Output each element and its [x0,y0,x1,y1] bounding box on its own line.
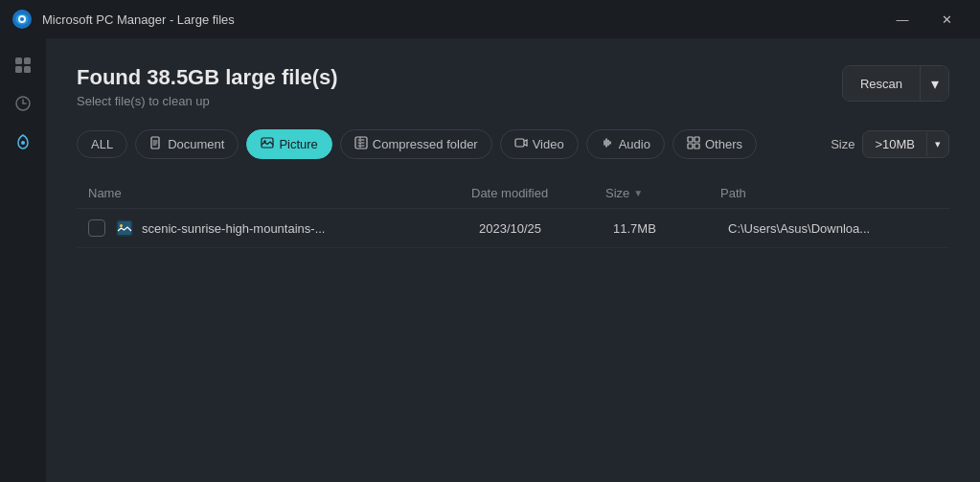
file-name: scenic-sunrise-high-mountains-... [142,221,479,236]
compressed-icon [354,136,368,152]
filter-tab-audio[interactable]: Audio [586,129,665,159]
column-name: Name [88,186,471,200]
size-label: Size [831,137,855,151]
rescan-chevron-button[interactable]: ▾ [920,66,948,101]
sort-desc-icon: ▼ [633,188,643,198]
table-header: Name Date modified Size ▼ Path [77,178,949,209]
header-left: Found 38.5GB large file(s) Select file(s… [77,65,338,108]
column-path: Path [720,186,938,200]
filter-tab-video-label: Video [533,137,564,151]
rescan-button[interactable]: Rescan [843,66,920,101]
page-subtitle: Select file(s) to clean up [77,94,338,108]
size-filter-group: Size >10MB ▾ [831,130,949,158]
filter-tab-others[interactable]: Others [672,129,757,159]
filter-tab-others-label: Others [705,137,742,151]
table-row[interactable]: scenic-sunrise-high-mountains-... 2023/1… [77,209,949,248]
size-dropdown-chevron-icon: ▾ [926,132,948,156]
rescan-button-group: Rescan ▾ [842,65,949,102]
others-icon [687,136,700,152]
document-icon [149,136,163,152]
file-size: 11.7MB [613,221,728,236]
video-icon [514,136,528,152]
sidebar [0,38,46,482]
main-layout: Found 38.5GB large file(s) Select file(s… [0,38,980,482]
size-dropdown[interactable]: >10MB ▾ [862,130,949,158]
content-area: Found 38.5GB large file(s) Select file(s… [46,38,980,482]
svg-rect-15 [695,137,699,142]
svg-rect-13 [515,139,524,147]
svg-rect-17 [695,144,699,149]
minimize-button[interactable]: — [880,4,924,34]
svg-point-2 [20,17,24,21]
app-logo [11,9,33,30]
svg-rect-5 [15,66,22,73]
filter-tab-picture-label: Picture [279,137,317,151]
filter-tab-all-label: ALL [91,137,113,151]
filter-tab-compressed-label: Compressed folder [373,137,478,151]
filter-row: ALL Document [77,129,949,159]
sidebar-icon-boost[interactable] [8,126,38,157]
file-type-icon [115,218,134,238]
sidebar-icon-scan[interactable] [8,88,38,119]
filter-tab-picture[interactable]: Picture [246,129,331,159]
svg-rect-4 [24,57,31,64]
title-bar-controls: — ✕ [880,4,969,34]
svg-point-20 [120,224,123,227]
close-button[interactable]: ✕ [924,4,969,34]
sidebar-icon-home[interactable] [8,50,38,80]
size-dropdown-value: >10MB [863,131,926,157]
filter-tab-compressed[interactable]: Compressed folder [340,129,492,159]
column-size[interactable]: Size ▼ [605,186,720,200]
file-path: C:\Users\Asus\Downloa... [728,221,938,236]
svg-point-8 [21,141,25,145]
svg-rect-19 [118,221,131,235]
file-date-modified: 2023/10/25 [479,221,613,236]
svg-rect-3 [15,57,22,64]
svg-rect-6 [24,66,31,73]
audio-icon [601,136,614,152]
filter-tab-audio-label: Audio [619,137,650,151]
page-title: Found 38.5GB large file(s) [77,65,338,90]
header-row: Found 38.5GB large file(s) Select file(s… [77,65,949,108]
title-bar-text: Microsoft PC Manager - Large files [42,12,880,27]
column-date-modified: Date modified [471,186,605,200]
svg-rect-16 [688,144,693,149]
picture-icon [261,136,274,152]
svg-rect-14 [688,137,693,142]
filter-tab-video[interactable]: Video [500,129,579,159]
title-bar: Microsoft PC Manager - Large files — ✕ [0,0,980,38]
filter-tab-all[interactable]: ALL [77,130,127,158]
row-checkbox[interactable] [88,219,105,237]
filter-tab-document[interactable]: Document [135,129,239,159]
filter-tab-document-label: Document [168,137,224,151]
